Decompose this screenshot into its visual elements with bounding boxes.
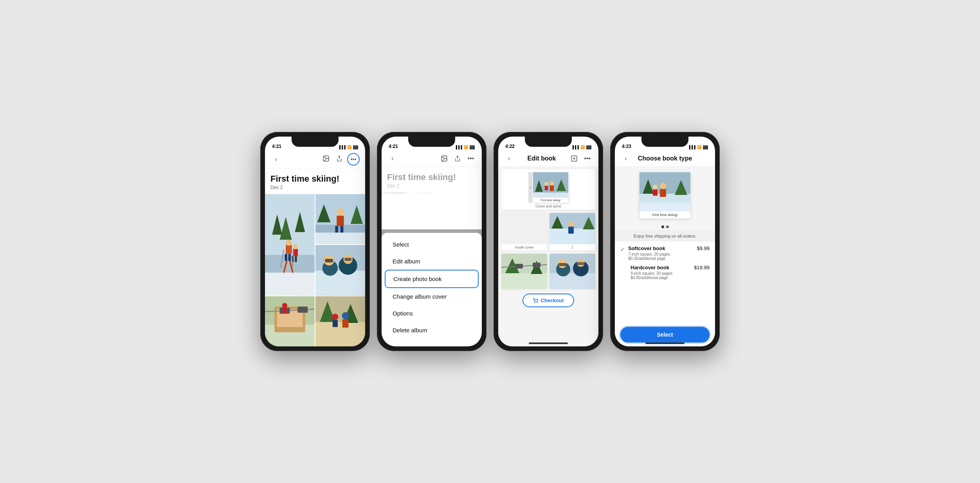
dot-1 (661, 225, 664, 228)
notch-1 (292, 137, 339, 147)
battery-icon-2: ▓▓ (470, 145, 475, 149)
checkout-button[interactable]: Checkout (522, 294, 574, 307)
cover-label: Cover and spine (535, 204, 561, 208)
notch-3 (525, 137, 572, 147)
back-button-1[interactable]: ‹ (270, 154, 281, 165)
menu-item-delete-album[interactable]: Delete album (385, 322, 479, 339)
svg-point-55 (443, 157, 443, 158)
nav-bar-1: ‹ ••• (265, 151, 365, 168)
softcover-check: ✓ (620, 246, 625, 252)
svg-rect-36 (344, 258, 351, 261)
menu-overlay: Select Edit album Create photo book Chan… (382, 229, 482, 346)
add-icon-3[interactable] (569, 153, 580, 164)
page-1-cell: 1 (549, 213, 595, 251)
svg-point-8 (286, 240, 292, 246)
photo-grid-2 (382, 193, 482, 193)
page-1-photo (549, 213, 595, 244)
svg-rect-47 (315, 322, 365, 346)
softcover-option[interactable]: ✓ Softcover book 7-inch square, 20 pages… (620, 245, 710, 261)
menu-item-select[interactable]: Select (385, 236, 479, 253)
album-date-1: Dec 2 (265, 185, 365, 194)
svg-rect-35 (325, 259, 333, 263)
page-3-cell (549, 254, 595, 289)
svg-rect-78 (515, 264, 523, 269)
photo-dim-1 (382, 193, 431, 193)
cover-spine-visual: ■ (528, 172, 568, 203)
svg-rect-25 (337, 216, 344, 226)
nav-bar-3: ‹ Edit book ••• (498, 151, 598, 167)
photo-cell-2[interactable] (315, 194, 365, 244)
svg-rect-74 (501, 273, 547, 289)
photo-cell-3[interactable] (315, 245, 365, 295)
preview-book-image (640, 172, 690, 211)
cover-image: First time skiing! (533, 172, 568, 203)
status-icons-4: ▐▐▐ 🛜 ▓▓ (688, 145, 708, 149)
svg-rect-28 (315, 232, 365, 244)
status-time-4: 4:23 (622, 144, 631, 149)
svg-rect-45 (283, 308, 286, 313)
svg-rect-95 (660, 189, 666, 197)
photo-cell-5[interactable] (315, 296, 365, 346)
menu-item-change-cover[interactable]: Change album cover (385, 288, 479, 305)
phone-2: 4:21 ▐▐▐ 🛜 ▓▓ ‹ (377, 132, 486, 351)
menu-sheet: Select Edit album Create photo book Chan… (382, 233, 482, 346)
inside-cover-row: Inside cover (501, 213, 595, 251)
select-button[interactable]: Select (620, 327, 710, 342)
home-indicator-4 (645, 342, 685, 344)
checkout-label: Checkout (540, 297, 564, 303)
page-2-cell (501, 254, 547, 289)
svg-rect-79 (533, 263, 540, 267)
share-icon-1[interactable] (334, 153, 345, 164)
svg-rect-7 (286, 245, 292, 254)
battery-icon-4: ▓▓ (703, 145, 708, 149)
svg-rect-64 (545, 186, 548, 190)
album-content-2: First time skiing! Dec 2 (382, 167, 482, 193)
share-icon-2[interactable] (452, 153, 463, 164)
svg-rect-63 (550, 186, 554, 191)
back-button-2[interactable]: ‹ (387, 153, 398, 164)
choose-type-content: First time skiing! Enjoy free shipping o… (615, 167, 715, 346)
cover-photo (533, 172, 568, 198)
photo-cell-1[interactable] (265, 194, 315, 296)
book-preview-area: First time skiing! (615, 167, 715, 224)
more-button-1[interactable]: ••• (347, 153, 360, 166)
svg-point-52 (342, 312, 349, 319)
add-photo-icon-2[interactable] (439, 153, 450, 164)
svg-point-1 (324, 157, 325, 158)
menu-item-edit-album[interactable]: Edit album (385, 253, 479, 270)
svg-point-24 (337, 209, 344, 216)
edit-book-content: ■ (498, 167, 598, 346)
add-photo-icon-1[interactable] (321, 153, 331, 164)
softcover-info: Softcover book 7-inch square, 20 pages $… (628, 245, 694, 261)
wifi-icon-2: 🛜 (464, 145, 468, 149)
more-icon-2[interactable]: ••• (465, 153, 476, 164)
hardcover-option[interactable]: Hardcover book 9-inch square, 20 pages $… (620, 265, 710, 280)
nav-bar-4: ‹ Choose book type (615, 151, 715, 167)
svg-point-44 (282, 303, 287, 308)
menu-item-create-photobook[interactable]: Create photo book (385, 270, 479, 288)
menu-item-options[interactable]: Options (385, 305, 479, 322)
phone-2-screen: 4:21 ▐▐▐ 🛜 ▓▓ ‹ (382, 137, 482, 346)
edit-book-title: Edit book (515, 155, 569, 162)
hardcover-price: $19.99 (694, 265, 710, 270)
svg-point-96 (653, 185, 658, 189)
svg-rect-97 (653, 189, 658, 196)
svg-rect-10 (288, 254, 291, 261)
back-button-3[interactable]: ‹ (504, 153, 515, 164)
battery-icon: ▓▓ (353, 145, 358, 149)
svg-rect-87 (577, 262, 585, 265)
back-button-4[interactable]: ‹ (620, 153, 631, 164)
spine-strip: ■ (528, 172, 532, 203)
svg-point-94 (660, 183, 666, 189)
notch-2 (408, 137, 455, 147)
phones-container: 4:21 ▐▐▐ 🛜 ▓▓ ‹ (260, 132, 720, 351)
more-icon-3[interactable]: ••• (582, 153, 593, 164)
wifi-icon-3: 🛜 (580, 145, 585, 149)
album-content-1: First time skiing! Dec 2 (265, 168, 365, 346)
svg-point-89 (537, 302, 537, 303)
svg-point-71 (568, 221, 574, 227)
hardcover-desc: 9-inch square, 20 pages $0.65/additional… (631, 271, 691, 280)
hardcover-info: Hardcover book 9-inch square, 20 pages $… (631, 265, 691, 280)
status-icons-3: ▐▐▐ 🛜 ▓▓ (571, 145, 591, 149)
photo-cell-4[interactable] (265, 296, 315, 346)
